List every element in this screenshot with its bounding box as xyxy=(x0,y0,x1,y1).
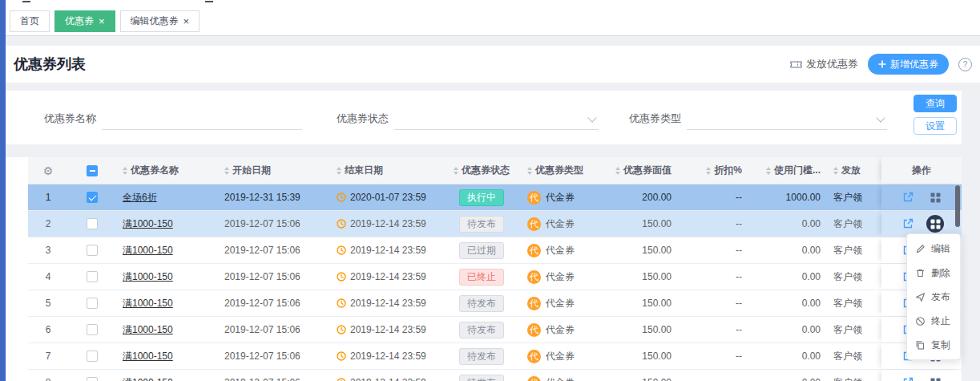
table-settings-header[interactable]: ⚙ xyxy=(28,157,68,184)
coupon-name-link[interactable]: 满1000-150 xyxy=(123,350,173,363)
edit-icon xyxy=(915,244,926,254)
add-coupon-button[interactable]: 新增优惠券 xyxy=(868,54,949,75)
menu-item-terminate[interactable]: 终止 xyxy=(907,309,960,333)
start-date-cell: 2019-12-07 15:06 xyxy=(218,237,330,263)
menu-item-edit[interactable]: 编辑 xyxy=(907,237,960,261)
table-row[interactable]: 2 满1000-150 2019-12-07 15:06 2019-12-14 … xyxy=(28,211,962,237)
issue-cell: 客户领 xyxy=(827,237,881,263)
sort-icon xyxy=(123,167,127,175)
status-cell: 已过期 xyxy=(442,237,521,263)
voucher-icon: 代 xyxy=(527,376,541,381)
share-button[interactable] xyxy=(899,188,917,206)
threshold-cell: 0.00 xyxy=(753,211,827,237)
plus-icon xyxy=(878,60,886,68)
table-row[interactable]: 5 满1000-150 2019-12-07 15:06 2019-12-14 … xyxy=(28,290,962,317)
threshold-cell: 0.00 xyxy=(753,343,827,369)
tab-home[interactable]: 首页 xyxy=(10,10,50,32)
coupon-type-select[interactable] xyxy=(687,107,887,130)
top-dash xyxy=(205,1,213,2)
column-header-threshold[interactable]: 使用门槛... xyxy=(753,157,827,184)
column-label: 优惠券名称 xyxy=(131,164,179,177)
discount-cell: -- xyxy=(683,317,753,342)
coupon-name-link[interactable]: 满1000-150 xyxy=(123,244,173,257)
threshold-cell: 0.00 xyxy=(753,290,827,316)
start-date-cell: 2019-12-07 15:06 xyxy=(218,264,330,290)
row-checkbox[interactable] xyxy=(87,271,98,282)
column-header-end-date[interactable]: 结束日期 xyxy=(330,157,442,184)
share-button[interactable] xyxy=(899,215,917,233)
row-checkbox-cell xyxy=(68,317,116,342)
row-menu-button[interactable] xyxy=(926,215,944,233)
copy-icon xyxy=(915,340,926,351)
status-cell: 待发布 xyxy=(442,317,521,342)
coupon-type-cell: 代 代金券 xyxy=(521,343,615,369)
table-row[interactable]: 1 全场6折 2019-12-31 15:39 2020-01-07 23:59… xyxy=(28,184,962,211)
menu-item-copy[interactable]: 复制 xyxy=(907,333,960,357)
chevron-down-icon xyxy=(876,113,885,122)
row-checkbox-cell xyxy=(68,343,116,369)
share-button[interactable] xyxy=(899,374,917,381)
coupon-name-cell: 满1000-150 xyxy=(116,290,218,316)
table-row[interactable]: 3 满1000-150 2019-12-07 15:06 2019-12-14 … xyxy=(28,237,962,264)
coupon-name-link[interactable]: 满1000-150 xyxy=(123,323,173,337)
row-index: 1 xyxy=(28,184,68,210)
grid-icon xyxy=(930,219,941,229)
help-icon[interactable]: ? xyxy=(958,58,972,71)
row-checkbox[interactable] xyxy=(87,377,98,381)
column-label: 优惠券类型 xyxy=(535,164,583,177)
column-header-issue[interactable]: 发放 xyxy=(827,157,881,184)
sidebar-edge xyxy=(0,0,6,381)
row-checkbox[interactable] xyxy=(87,298,98,309)
close-icon[interactable]: × xyxy=(183,16,190,26)
select-all-checkbox[interactable] xyxy=(87,165,98,176)
gear-icon: ⚙ xyxy=(43,164,54,177)
coupon-name-link[interactable]: 满1000-150 xyxy=(123,217,173,231)
row-checkbox[interactable] xyxy=(87,218,98,229)
voucher-icon: 代 xyxy=(527,270,541,284)
coupon-status-select[interactable] xyxy=(394,107,599,130)
face-value-cell: 150.00 xyxy=(615,370,683,381)
threshold-cell: 0.00 xyxy=(753,370,827,381)
row-checkbox[interactable] xyxy=(87,245,98,256)
settings-button[interactable]: 设置 xyxy=(913,117,957,135)
column-header-status[interactable]: 优惠券状态 xyxy=(442,157,521,184)
column-header-discount[interactable]: 折扣% xyxy=(683,157,753,184)
row-checkbox-cell xyxy=(68,184,116,210)
row-menu-button[interactable] xyxy=(926,374,944,381)
discount-cell: -- xyxy=(683,264,753,290)
coupon-name-link[interactable]: 满1000-150 xyxy=(123,376,173,381)
scrollbar-thumb[interactable] xyxy=(955,185,960,227)
column-header-name[interactable]: 优惠券名称 xyxy=(116,157,218,184)
tab-edit-coupon[interactable]: 编辑优惠券 × xyxy=(120,10,200,32)
menu-item-label: 编辑 xyxy=(931,242,950,256)
row-menu-button[interactable] xyxy=(926,188,944,206)
column-header-start-date[interactable]: 开始日期 xyxy=(218,157,330,184)
page-header: 优惠券列表 发放优惠券 新增优惠券 ? xyxy=(6,46,980,83)
table-row[interactable]: 6 满1000-150 2019-12-07 15:06 2019-12-14 … xyxy=(28,317,962,343)
distribute-coupon-button[interactable]: 发放优惠券 xyxy=(790,57,858,71)
table-row[interactable]: 7 满1000-150 2019-12-07 15:06 2019-12-14 … xyxy=(28,343,962,370)
column-label: 使用门槛... xyxy=(774,164,821,177)
filter-buttons: 查询 设置 xyxy=(913,95,957,135)
close-icon[interactable]: × xyxy=(99,16,105,26)
table-row[interactable]: 4 满1000-150 2019-12-07 15:06 2019-12-14 … xyxy=(28,264,962,290)
column-header-face-value[interactable]: 优惠券面值 xyxy=(615,157,683,184)
menu-item-delete[interactable]: 删除 xyxy=(907,261,960,285)
menu-item-label: 删除 xyxy=(931,266,950,280)
row-checkbox[interactable] xyxy=(87,192,98,203)
coupon-name-link[interactable]: 全场6折 xyxy=(123,191,157,205)
discount-cell: -- xyxy=(683,343,753,369)
coupon-name-input[interactable] xyxy=(102,107,302,130)
tab-coupon[interactable]: 优惠券 × xyxy=(54,10,115,32)
table-row[interactable]: 8 满1000-150 2019-12-07 15:06 2019-12-14 … xyxy=(28,370,962,381)
coupon-name-link[interactable]: 满1000-150 xyxy=(123,270,173,284)
column-header-type[interactable]: 优惠券类型 xyxy=(521,157,615,184)
coupon-name-link[interactable]: 满1000-150 xyxy=(123,297,173,310)
filter-coupon-status: 优惠券状态 xyxy=(337,106,599,130)
search-button[interactable]: 查询 xyxy=(913,95,957,112)
menu-item-publish[interactable]: 发布 xyxy=(907,285,960,309)
row-checkbox[interactable] xyxy=(87,351,98,362)
row-index: 6 xyxy=(28,317,68,342)
issue-cell: 客户领 xyxy=(827,211,881,237)
row-checkbox[interactable] xyxy=(87,324,98,335)
